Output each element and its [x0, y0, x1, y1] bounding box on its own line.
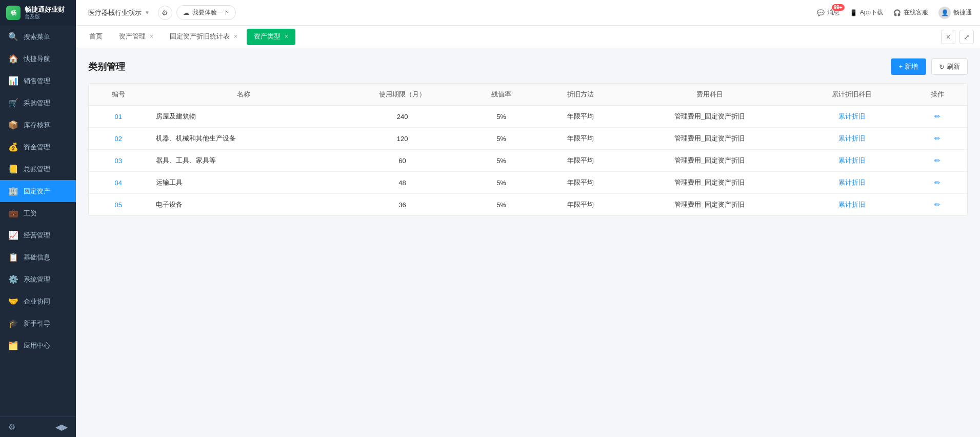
- table-row: 04 运输工具 48 5% 年限平均 管理费用_固定资产折旧 累计折旧 ✏: [89, 172, 967, 194]
- cell-residual: 5%: [465, 172, 537, 194]
- cell-code: 02: [89, 128, 148, 150]
- tab-asset-type-close[interactable]: ×: [285, 33, 288, 40]
- tab-asset-mgmt[interactable]: 资产管理 ×: [112, 28, 161, 46]
- refresh-button[interactable]: ↻ 刷新: [931, 58, 968, 75]
- content-area: 类别管理 + 新增 ↻ 刷新 编号 名称 使用期限（月） 残值率 折旧方法: [76, 48, 980, 437]
- gear-icon: ⚙: [162, 9, 168, 17]
- sidebar-item-label: 库存核算: [24, 121, 50, 130]
- sidebar-item-fixed-assets[interactable]: 🏢 固定资产: [0, 180, 76, 202]
- cell-accum: 累计折旧: [796, 194, 908, 216]
- new-button[interactable]: + 新增: [891, 58, 926, 75]
- cell-method: 年限平均: [537, 128, 623, 150]
- sidebar-item-quick-nav[interactable]: 🏠 快捷导航: [0, 48, 76, 70]
- sidebar-item-label: 固定资产: [24, 187, 50, 196]
- cell-accum: 累计折旧: [796, 106, 908, 128]
- message-button[interactable]: 💬 消息 99+: [817, 8, 839, 17]
- edit-icon[interactable]: ✏: [934, 112, 941, 121]
- sidebar-item-label: 采购管理: [24, 98, 50, 108]
- cell-period: 120: [339, 128, 465, 150]
- sidebar-item-search[interactable]: 🔍 搜索菜单: [0, 26, 76, 48]
- cell-period: 240: [339, 106, 465, 128]
- gear-icon: ⚙️: [8, 274, 18, 284]
- sidebar-item-label: 搜索菜单: [24, 32, 50, 42]
- app-name: 畅捷通好业财: [25, 6, 65, 14]
- cell-name: 机器、机械和其他生产设备: [148, 128, 339, 150]
- sidebar-item-guide[interactable]: 🎓 新手引导: [0, 312, 76, 334]
- user-button[interactable]: 👤 畅捷通: [938, 7, 972, 19]
- cell-method: 年限平均: [537, 194, 623, 216]
- tab-asset-type[interactable]: 资产类型 ×: [247, 29, 295, 45]
- table-body: 01 房屋及建筑物 240 5% 年限平均 管理费用_固定资产折旧 累计折旧 ✏…: [89, 106, 967, 216]
- collapse-icon[interactable]: ◀▶: [55, 422, 68, 432]
- message-icon: 💬: [817, 9, 825, 16]
- page-title: 类别管理: [88, 61, 125, 73]
- edit-icon[interactable]: ✏: [934, 201, 941, 209]
- clipboard-icon: 📋: [8, 252, 18, 262]
- sidebar-item-funds[interactable]: 💰 资金管理: [0, 136, 76, 158]
- sidebar-item-ops[interactable]: 📈 经营管理: [0, 224, 76, 246]
- online-service-button[interactable]: 🎧 在线客服: [893, 8, 928, 17]
- app-download-button[interactable]: 📱 App下载: [850, 8, 883, 17]
- sidebar-footer: ⚙ ◀▶: [0, 416, 76, 437]
- tabbar-actions: × ⤢: [941, 30, 974, 44]
- chevron-down-icon: ▼: [145, 10, 150, 15]
- app-version: 普及版: [25, 14, 65, 20]
- sidebar-item-label: 总账管理: [24, 165, 50, 174]
- expand-button[interactable]: ⤢: [959, 30, 974, 44]
- sidebar-item-payroll[interactable]: 💼 工资: [0, 202, 76, 224]
- cell-action[interactable]: ✏: [908, 150, 967, 172]
- search-icon: 🔍: [8, 32, 18, 42]
- cell-action[interactable]: ✏: [908, 128, 967, 150]
- sidebar-item-sales[interactable]: 📊 销售管理: [0, 70, 76, 92]
- cell-action[interactable]: ✏: [908, 172, 967, 194]
- sidebar-item-inventory[interactable]: 📦 库存核算: [0, 114, 76, 136]
- data-table: 编号 名称 使用期限（月） 残值率 折旧方法 费用科目 累计折旧科目 操作 01…: [88, 83, 968, 216]
- cell-method: 年限平均: [537, 150, 623, 172]
- cell-residual: 5%: [465, 128, 537, 150]
- edit-icon[interactable]: ✏: [934, 156, 941, 165]
- experience-label: 我要体验一下: [192, 8, 229, 17]
- cell-expense: 管理费用_固定资产折旧: [623, 172, 796, 194]
- experience-button[interactable]: ☁ 我要体验一下: [176, 5, 236, 20]
- sidebar-item-label: 基础信息: [24, 253, 50, 262]
- cell-accum: 累计折旧: [796, 128, 908, 150]
- cell-accum: 累计折旧: [796, 150, 908, 172]
- cell-action[interactable]: ✏: [908, 106, 967, 128]
- tab-home[interactable]: 首页: [82, 28, 110, 46]
- col-action: 操作: [908, 84, 967, 106]
- cart-icon: 🛒: [8, 98, 18, 108]
- edit-icon[interactable]: ✏: [934, 134, 941, 143]
- col-residual: 残值率: [465, 84, 537, 106]
- money-icon: 💰: [8, 142, 18, 152]
- company-selector[interactable]: 医疗器械行业演示 ▼: [84, 6, 154, 19]
- tab-fixed-asset-table-close[interactable]: ×: [234, 33, 237, 40]
- sidebar-item-general-ledger[interactable]: 📒 总账管理: [0, 158, 76, 180]
- chart-icon: 📊: [8, 76, 18, 86]
- sidebar-item-label: 经营管理: [24, 231, 50, 240]
- tab-fixed-asset-table[interactable]: 固定资产折旧统计表 ×: [163, 28, 245, 46]
- settings-button[interactable]: ⚙: [158, 6, 172, 20]
- tab-home-label: 首页: [89, 32, 103, 41]
- category-table: 编号 名称 使用期限（月） 残值率 折旧方法 费用科目 累计折旧科目 操作 01…: [89, 84, 967, 215]
- sidebar-item-label: 应用中心: [24, 341, 50, 350]
- sidebar-item-purchase[interactable]: 🛒 采购管理: [0, 92, 76, 114]
- settings-icon[interactable]: ⚙: [8, 422, 15, 432]
- main-area: 医疗器械行业演示 ▼ ⚙ ☁ 我要体验一下 💬 消息 99+ 📱 App下载: [76, 0, 980, 437]
- sidebar-item-label: 资金管理: [24, 143, 50, 152]
- sidebar-item-collab[interactable]: 🤝 企业协同: [0, 290, 76, 312]
- sidebar-item-app-center[interactable]: 🗂️ 应用中心: [0, 334, 76, 356]
- briefcase-icon: 💼: [8, 208, 18, 218]
- sidebar-item-basic-info[interactable]: 📋 基础信息: [0, 246, 76, 268]
- user-name: 畅捷通: [953, 8, 972, 17]
- company-name: 医疗器械行业演示: [88, 8, 142, 17]
- cell-period: 36: [339, 194, 465, 216]
- close-tab-button[interactable]: ×: [941, 30, 955, 44]
- home-icon: 🏠: [8, 54, 18, 64]
- cell-action[interactable]: ✏: [908, 194, 967, 216]
- cell-method: 年限平均: [537, 106, 623, 128]
- sidebar-item-system[interactable]: ⚙️ 系统管理: [0, 268, 76, 290]
- edit-icon[interactable]: ✏: [934, 178, 941, 187]
- cell-residual: 5%: [465, 150, 537, 172]
- apps-icon: 🗂️: [8, 341, 18, 350]
- tab-asset-mgmt-close[interactable]: ×: [150, 33, 153, 40]
